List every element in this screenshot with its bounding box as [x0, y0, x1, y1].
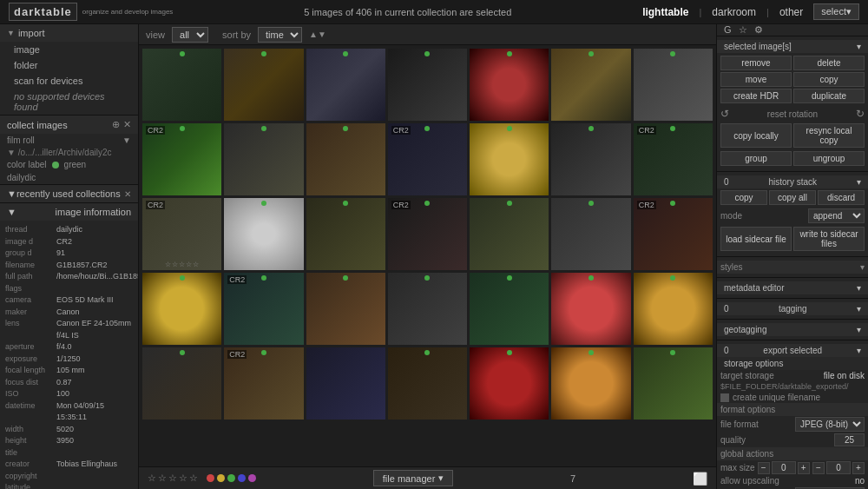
rotate-ccw-icon[interactable]: ↺: [720, 108, 729, 120]
file-format-select[interactable]: JPEG (8-bit): [795, 417, 865, 432]
copy-locally-button[interactable]: copy locally: [720, 123, 792, 148]
thumb-7[interactable]: CR2: [142, 123, 221, 195]
thumb-6[interactable]: [634, 49, 713, 121]
star-thumb-14-3[interactable]: ☆: [186, 261, 192, 268]
remove-button[interactable]: remove: [720, 56, 792, 70]
thumb-16[interactable]: [306, 198, 385, 270]
thumb-34[interactable]: [634, 347, 713, 420]
thumb-32[interactable]: [470, 347, 549, 420]
thumb-5[interactable]: [551, 49, 630, 121]
thumb-21[interactable]: [142, 273, 221, 345]
collect-icon-2[interactable]: ✕: [123, 119, 131, 130]
rotate-cw-icon[interactable]: ↻: [856, 108, 865, 120]
global-header[interactable]: global actions: [717, 447, 868, 460]
thumb-3[interactable]: [388, 49, 467, 121]
thumb-17[interactable]: CR2: [388, 198, 467, 270]
thumb-24[interactable]: [388, 273, 467, 345]
star-1[interactable]: ☆: [148, 472, 156, 484]
quality-input[interactable]: [834, 433, 865, 446]
thumb-28[interactable]: [142, 347, 221, 420]
thumb-8[interactable]: [224, 123, 303, 195]
thumb-0[interactable]: [142, 49, 221, 121]
sort-select[interactable]: time: [258, 27, 302, 43]
thumb-18[interactable]: [470, 198, 549, 270]
image-info-header[interactable]: ▼ image information: [0, 203, 138, 221]
thumb-11[interactable]: [470, 123, 549, 195]
file-manager-button[interactable]: file manager ▾: [373, 470, 454, 486]
collect-header[interactable]: collect images ⊕ ✕: [0, 116, 138, 134]
resync-button[interactable]: resync local copy: [793, 123, 865, 148]
right-icon-star[interactable]: ☆: [739, 24, 747, 36]
thumb-15[interactable]: [224, 198, 303, 270]
thumb-20[interactable]: CR2: [634, 198, 713, 270]
sort-arrows[interactable]: ▲▼: [309, 30, 326, 39]
create-hdr-button[interactable]: create HDR: [720, 89, 792, 103]
delete-button[interactable]: delete: [793, 56, 865, 70]
group-button[interactable]: group: [720, 151, 792, 166]
unique-filename-checkbox[interactable]: [720, 393, 729, 402]
thumb-30[interactable]: [306, 347, 385, 420]
color-dot-purple[interactable]: [248, 474, 256, 482]
select-button[interactable]: select▾: [813, 3, 859, 20]
history-discard-button[interactable]: discard: [818, 190, 865, 205]
collect-icon-1[interactable]: ⊕: [112, 119, 120, 130]
thumb-stars-14[interactable]: ☆☆☆☆☆: [165, 261, 199, 268]
thumb-27[interactable]: [634, 273, 713, 345]
right-icon-g[interactable]: G: [724, 24, 732, 36]
max-w-plus[interactable]: +: [798, 462, 810, 474]
import-header[interactable]: ▼ import: [0, 24, 138, 42]
nav-darkroom[interactable]: darkroom: [712, 6, 756, 18]
history-header[interactable]: 0 history stack ▾: [717, 175, 868, 188]
history-copy-button[interactable]: copy: [720, 190, 767, 205]
move-button[interactable]: move: [720, 72, 792, 87]
max-w-minus[interactable]: −: [758, 462, 770, 474]
max-h-minus[interactable]: −: [812, 462, 825, 474]
thumb-9[interactable]: [306, 123, 385, 195]
metadata-header[interactable]: metadata editor ▾: [717, 281, 868, 294]
max-w-input[interactable]: [772, 461, 796, 474]
stars-bottom[interactable]: ☆ ☆ ☆ ☆ ☆: [148, 472, 198, 484]
ungroup-button[interactable]: ungroup: [793, 151, 865, 166]
thumb-14[interactable]: CR2☆☆☆☆☆: [142, 198, 221, 270]
star-thumb-14-1[interactable]: ☆: [172, 261, 178, 268]
import-scan[interactable]: scan for devices: [0, 73, 138, 89]
thumb-4[interactable]: [470, 49, 549, 121]
format-header[interactable]: format options: [717, 403, 868, 416]
import-image[interactable]: image: [0, 42, 138, 57]
star-3[interactable]: ☆: [168, 472, 177, 484]
recent-icon[interactable]: ✕: [124, 189, 131, 199]
right-icon-gear[interactable]: ⚙: [754, 24, 763, 36]
star-thumb-14-0[interactable]: ☆: [165, 261, 171, 268]
star-thumb-14-2[interactable]: ☆: [179, 261, 185, 268]
max-h-plus[interactable]: +: [852, 462, 865, 474]
history-copy-all-button[interactable]: copy all: [769, 190, 816, 205]
color-dot-blue[interactable]: [238, 474, 246, 482]
copy-button[interactable]: copy: [793, 72, 865, 87]
styles-header[interactable]: styles ▾: [717, 261, 868, 274]
thumb-10[interactable]: CR2: [388, 123, 467, 195]
thumb-25[interactable]: [470, 273, 549, 345]
nav-lighttable[interactable]: lighttable: [642, 6, 688, 18]
selected-header[interactable]: selected image[s] ▾: [717, 40, 868, 53]
import-folder[interactable]: folder: [0, 57, 138, 73]
geotagging-header[interactable]: geotagging ▾: [717, 323, 868, 336]
max-h-input[interactable]: [826, 461, 851, 474]
star-thumb-14-4[interactable]: ☆: [193, 261, 199, 268]
thumb-26[interactable]: [551, 273, 630, 345]
thumb-33[interactable]: [551, 347, 630, 420]
star-5[interactable]: ☆: [189, 472, 198, 484]
thumb-19[interactable]: [551, 198, 630, 270]
thumb-13[interactable]: CR2: [634, 123, 713, 195]
color-dot-green-bottom[interactable]: [227, 474, 235, 482]
export-header[interactable]: 0 export selected ▾: [717, 344, 868, 357]
thumb-29[interactable]: CR2: [224, 347, 303, 420]
thumb-31[interactable]: [388, 347, 467, 420]
thumb-22[interactable]: CR2: [224, 273, 303, 345]
view-select[interactable]: all: [172, 27, 208, 43]
write-sidecar-button[interactable]: write to sidecar files: [793, 227, 865, 251]
mode-select[interactable]: append overwrite: [808, 208, 865, 223]
tagging-header[interactable]: 0 tagging ▾: [717, 302, 868, 315]
storage-header[interactable]: storage options: [717, 357, 868, 370]
color-dot-red[interactable]: [207, 474, 214, 482]
thumb-12[interactable]: [551, 123, 630, 195]
